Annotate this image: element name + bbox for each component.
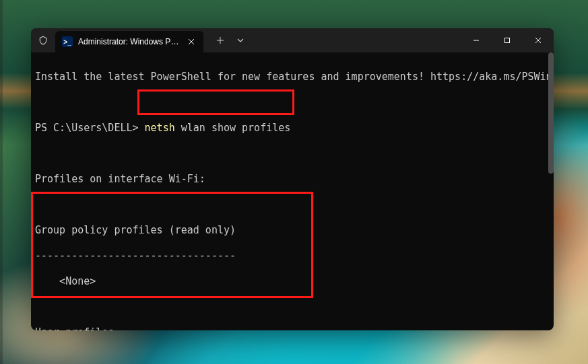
output-line [35,147,550,160]
output-line: User profiles [35,326,550,330]
scrollbar-thumb[interactable] [548,52,554,174]
output-line: Group policy profiles (read only) [35,224,550,237]
output-line [35,96,550,109]
prompt-line: PS C:\Users\DELL> netsh wlan show profil… [35,122,550,135]
titlebar[interactable]: >_ Administrator: Windows Powe [31,28,554,52]
output-line: --------------------------------- [35,250,550,262]
output-line: Install the latest PowerShell for new fe… [35,71,550,83]
new-tab-button[interactable] [210,28,230,52]
command-args: wlan show profiles [175,122,291,134]
tab-dropdown-button[interactable] [230,28,251,52]
taskbar-edge [0,0,3,364]
tab-title: Administrator: Windows Powe [78,37,181,46]
output-line: Profiles on interface Wi-Fi: [35,173,550,186]
close-tab-button[interactable] [186,36,197,47]
terminal-window: >_ Administrator: Windows Powe Install t… [31,28,554,330]
output-line: <None> [35,275,550,288]
command-netsh: netsh [145,122,175,134]
shield-icon [31,28,55,52]
output-line [35,301,550,314]
minimize-button[interactable] [461,28,492,52]
output-line [35,198,550,211]
terminal-output[interactable]: Install the latest PowerShell for new fe… [31,52,554,330]
scrollbar[interactable] [548,52,554,330]
tab-active[interactable]: >_ Administrator: Windows Powe [55,31,203,52]
titlebar-drag-area[interactable] [251,28,461,52]
maximize-button[interactable] [492,28,523,52]
close-window-button[interactable] [523,28,554,52]
powershell-icon: >_ [62,36,73,47]
svg-rect-0 [505,38,510,43]
